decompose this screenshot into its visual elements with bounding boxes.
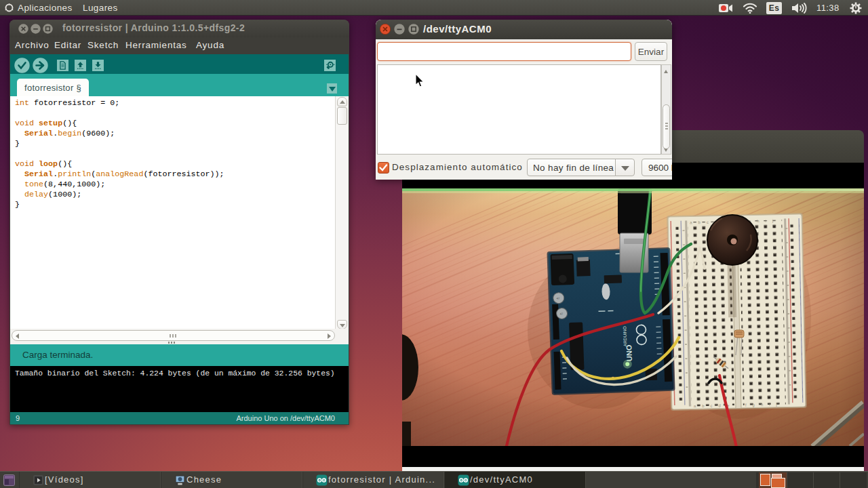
svg-text:fghij: fghij bbox=[745, 403, 783, 407]
svg-text:ARDUINO: ARDUINO bbox=[622, 326, 627, 346]
svg-text:abcde: abcde bbox=[694, 403, 735, 408]
